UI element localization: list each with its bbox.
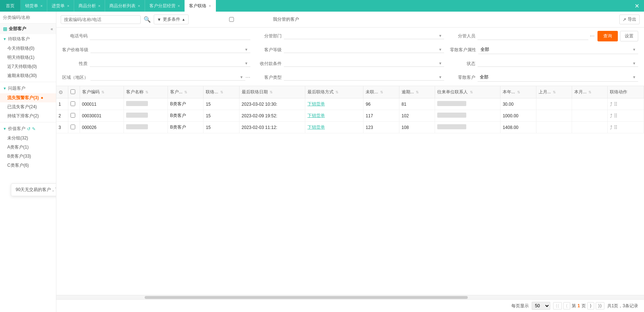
query-button[interactable]: 查询	[597, 31, 618, 41]
tab-sales-close[interactable]: ×	[40, 4, 43, 8]
filter-retail-select[interactable]: 全部 ▼	[478, 73, 638, 82]
contact-method-link[interactable]: 下销货单	[307, 113, 325, 118]
sidebar-divider-1	[0, 82, 56, 82]
sidebar-item-today[interactable]: 今天待联络(0)	[0, 44, 56, 53]
filter-payment-select[interactable]: ▼	[284, 60, 444, 67]
cell-type: B类客户	[168, 122, 203, 133]
th-last-contact-method[interactable]: 最后联络方式 ⇅	[305, 86, 363, 98]
sort-lm-icon: ⇅	[553, 90, 556, 94]
sidebar-collapse-icon[interactable]: «	[51, 27, 53, 32]
filter-customer-type-arrow: ▼	[438, 75, 442, 79]
filter-price-level: 客户价格等级 ▼	[62, 44, 250, 55]
th-overdue[interactable]: 逾期... ⇅	[399, 86, 435, 98]
sidebar-group-waiting[interactable]: ▼ 待联络客户	[0, 34, 56, 44]
tab-sales[interactable]: 销货单 ×	[21, 0, 47, 12]
sidebar-item-7days[interactable]: 近7天待联络(0)	[0, 62, 56, 71]
sidebar-item-overdue[interactable]: 逾期未联络(30)	[0, 71, 56, 80]
row-checkbox-1[interactable]	[71, 113, 75, 118]
filter-customer-level-select[interactable]: ▼	[284, 46, 444, 53]
my-customers-checkbox[interactable]	[192, 17, 271, 22]
table-settings-icon[interactable]: ⚙	[59, 89, 63, 95]
window-close-button[interactable]: ✕	[629, 0, 644, 12]
horizontal-scrollbar[interactable]	[56, 295, 644, 299]
tab-customer-contact[interactable]: 客户联络 ×	[185, 0, 216, 12]
filter-price-level-select[interactable]: ▼	[90, 46, 250, 53]
contact-method-link[interactable]: 下销货单	[307, 125, 325, 130]
sidebar-group-value-refresh[interactable]: ↺	[27, 126, 31, 131]
settings-button[interactable]: 设置	[620, 31, 638, 41]
action-link-icon[interactable]: ⤴	[610, 125, 612, 130]
action-more-icon[interactable]: ⠿	[614, 125, 617, 130]
th-no-contact[interactable]: 未联... ⇅	[363, 86, 399, 98]
filter-manager-more[interactable]: ···	[590, 33, 595, 39]
filter-retail-attr-select[interactable]: 全部 ▼	[478, 45, 638, 54]
sidebar-item-churn-warning[interactable]: 流失预警客户(3) ●	[0, 93, 56, 102]
th-this-year[interactable]: 本年... ⇅	[500, 86, 536, 98]
tab-customer-segment-close[interactable]: ×	[178, 4, 180, 8]
filter-region-select[interactable]: ▼	[90, 74, 245, 81]
filter-customer-type-select[interactable]: ▼	[284, 74, 444, 81]
filter-nature-select[interactable]: ▼	[90, 60, 250, 67]
my-customers-filter[interactable]: 我分管的客户	[192, 16, 299, 23]
cell-num: 1	[56, 98, 68, 110]
th-name[interactable]: 客户名称 ⇅	[124, 86, 168, 98]
th-last-contact-date[interactable]: 最后联络日期 ⇅	[239, 86, 305, 98]
filter-phone-input[interactable]	[90, 32, 250, 40]
first-page-button[interactable]: ⟨⟨	[553, 302, 562, 309]
export-button[interactable]: ↗ 导出	[619, 15, 640, 24]
sidebar-item-class-a[interactable]: A类客户(1)	[0, 143, 56, 152]
cell-check	[68, 98, 80, 110]
th-unit-contact[interactable]: 往来单位联系人 ⇅	[435, 86, 500, 98]
filter-manager-input[interactable]	[478, 32, 588, 40]
tab-purchase-close[interactable]: ×	[67, 4, 69, 8]
action-link-icon[interactable]: ⤴	[610, 101, 612, 107]
sidebar-item-churned[interactable]: 已流失客户(24)	[0, 102, 56, 112]
sidebar-item-tomorrow[interactable]: 明天待联络(1)	[0, 53, 56, 62]
tab-home[interactable]: 首页	[0, 0, 21, 12]
sidebar-all-customers[interactable]: ⊞ 全部客户 «	[0, 24, 56, 34]
th-this-month[interactable]: 本月... ⇅	[572, 86, 607, 98]
sidebar-item-unclassified[interactable]: 未分组(32)	[0, 134, 56, 143]
tab-analysis-close[interactable]: ×	[98, 4, 100, 8]
cell-last-contact-date: 2023-02-09 19:52:	[239, 110, 305, 122]
th-type[interactable]: 客户... ⇅	[168, 86, 203, 98]
sidebar-search-input[interactable]	[3, 15, 56, 20]
tab-analysis[interactable]: 商品分析 ×	[74, 0, 105, 12]
scrollbar-thumb[interactable]	[145, 296, 468, 299]
sort-tm-icon: ⇅	[588, 90, 591, 94]
sidebar-group-value-edit[interactable]: ✎	[32, 126, 36, 131]
th-code[interactable]: 客户编码 ⇅	[80, 86, 124, 98]
contact-method-link[interactable]: 下销货单	[307, 101, 325, 106]
action-more-icon[interactable]: ⠿	[614, 113, 617, 119]
tab-purchase[interactable]: 进货单 ×	[47, 0, 74, 12]
filter-dept-select[interactable]: ▼	[284, 33, 444, 39]
search-input[interactable]	[61, 15, 141, 24]
action-link-icon[interactable]: ⤴	[610, 113, 612, 119]
sidebar-item-class-b[interactable]: B类客户(33)	[0, 152, 56, 161]
next-page-button[interactable]: ⟩	[587, 302, 594, 309]
tab-analysis-list[interactable]: 商品分析列表 ×	[105, 0, 145, 12]
sidebar: 🔍 ⊞ 全部客户 « ▼ 待联络客户 今天待联络(0) 明天待联络(1) 近7天…	[0, 12, 56, 312]
per-page-select[interactable]: 50 100 200	[532, 302, 550, 310]
th-contact[interactable]: 联络... ⇅	[204, 86, 239, 98]
tab-customer-segment[interactable]: 客户分层经营 ×	[145, 0, 185, 12]
sidebar-divider-2	[0, 122, 56, 122]
last-page-button[interactable]: ⟩⟩	[596, 302, 604, 309]
row-checkbox-2[interactable]	[71, 125, 75, 129]
tab-customer-contact-close[interactable]: ×	[209, 4, 211, 8]
filter-status-select[interactable]: ▼	[478, 60, 638, 67]
action-more-icon[interactable]: ⠿	[614, 101, 617, 107]
row-checkbox-0[interactable]	[71, 101, 75, 106]
filter-region-more[interactable]: ···	[245, 74, 250, 81]
more-filters-button[interactable]: ▼ 更多条件 ▲	[154, 15, 189, 24]
tab-analysis-list-close[interactable]: ×	[138, 4, 140, 8]
sidebar-group-problem[interactable]: ▼ 问题客户	[0, 84, 56, 93]
sidebar-item-declining[interactable]: 持续下滑客户(2)	[0, 112, 56, 121]
prev-page-button[interactable]: ⟨	[563, 302, 570, 309]
filter-nature: 性质 ▼	[62, 58, 250, 69]
sidebar-item-class-c[interactable]: C类客户(6)	[0, 161, 56, 170]
search-button-icon[interactable]: 🔍	[144, 16, 151, 23]
select-all-checkbox[interactable]	[71, 89, 75, 94]
th-last-month[interactable]: 上月... ⇅	[536, 86, 572, 98]
sidebar-group-value[interactable]: ▼ 价值客户 ↺ ✎	[0, 124, 56, 134]
